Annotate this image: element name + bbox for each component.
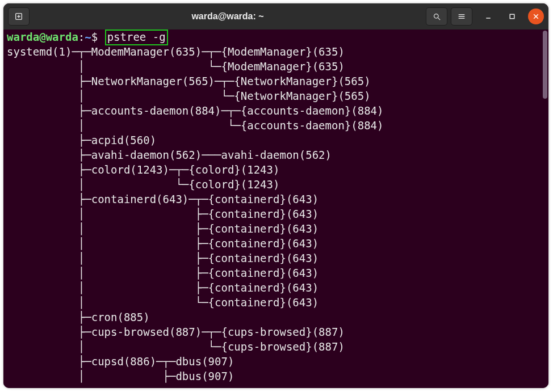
window-title: warda@warda: ~ [33, 11, 422, 22]
svg-rect-9 [510, 14, 514, 19]
terminal-window: warda@warda: ~ warda@warda:~$ pstree -g … [3, 3, 548, 388]
new-tab-button[interactable] [8, 7, 30, 26]
hamburger-icon [457, 12, 466, 21]
maximize-icon [509, 13, 516, 20]
svg-line-4 [438, 18, 440, 20]
prompt-userhost: warda@warda [7, 31, 78, 43]
command-highlight: pstree -g [105, 29, 168, 45]
search-button[interactable] [426, 7, 447, 26]
minimize-button[interactable] [480, 9, 496, 24]
maximize-button[interactable] [504, 9, 520, 24]
new-tab-icon [14, 12, 23, 21]
terminal-output: warda@warda:~$ pstree -g systemd(1)─┬─Mo… [3, 29, 548, 386]
minimize-icon [485, 13, 492, 20]
close-icon [533, 13, 539, 20]
search-icon [433, 12, 441, 21]
prompt-dollar: $ [91, 31, 98, 43]
prompt-sep: : [78, 31, 85, 43]
scrollbar-thumb[interactable] [543, 31, 547, 99]
titlebar: warda@warda: ~ [3, 3, 548, 29]
pstree-output: systemd(1)─┬─ModemManager(635)─┬─{ModemM… [7, 45, 383, 382]
terminal-viewport[interactable]: warda@warda:~$ pstree -g systemd(1)─┬─Mo… [3, 29, 548, 388]
prompt-path: ~ [85, 31, 91, 43]
svg-point-3 [434, 14, 438, 18]
menu-button[interactable] [451, 7, 472, 26]
close-button[interactable] [528, 9, 544, 24]
